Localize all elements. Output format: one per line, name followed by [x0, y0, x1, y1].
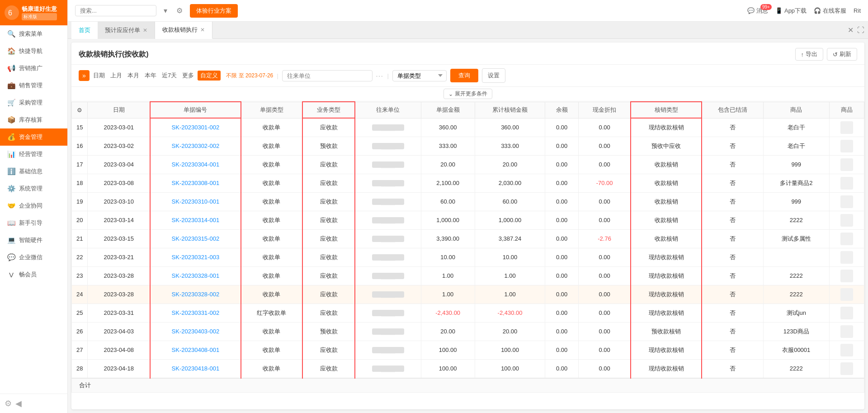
member-icon: V: [7, 271, 15, 279]
row-date: 2023-03-31: [88, 304, 150, 322]
doc-type-select[interactable]: 单据类型: [392, 70, 447, 81]
setting-button[interactable]: 设置: [482, 68, 505, 83]
sidebar-item-sales[interactable]: 💼 销售管理: [0, 77, 67, 94]
tab-controls: ✕ ⛶: [848, 26, 864, 34]
filter-toggle-button[interactable]: »: [79, 70, 90, 81]
doc-no-link[interactable]: SK-20230321-003: [172, 254, 220, 261]
col-gear-header[interactable]: ⚙: [72, 102, 88, 118]
sidebar-item-guide[interactable]: 📖 新手引导: [0, 214, 67, 232]
row-amount: 333.00: [421, 137, 475, 155]
handshake-icon: 🤝: [7, 202, 15, 210]
tab-home[interactable]: 首页: [71, 22, 98, 39]
sidebar-item-search[interactable]: 🔍 搜索菜单: [0, 25, 67, 43]
doc-no-link[interactable]: SK-20230403-002: [172, 328, 220, 335]
row-counterpart: ████: [355, 137, 421, 155]
date-opt-this-month[interactable]: 本月: [126, 71, 141, 81]
tab-payable[interactable]: 预计应应付单 ✕: [98, 22, 155, 39]
doc-no-link[interactable]: SK-20230314-001: [172, 217, 220, 223]
expand-conditions-button[interactable]: ⌄ 展开更多条件: [443, 89, 492, 99]
data-table: ⚙ 日期 单据编号 单据类型 业务类型 往来单位 单据金额 累计核销金额 余额 …: [71, 101, 864, 393]
row-cum-amount: 20.00: [475, 155, 545, 174]
row-counterpart: ████: [355, 304, 421, 322]
date-opt-more[interactable]: 更多: [180, 71, 196, 81]
sidebar-item-label: 系统管理: [19, 185, 42, 193]
row-doc-no: SK-20230418-001: [150, 359, 241, 378]
app-download-btn[interactable]: 📱 App下载: [775, 7, 807, 15]
tab-collection-close[interactable]: ✕: [200, 27, 205, 33]
user-profile[interactable]: Rit: [854, 7, 861, 14]
tab-collection[interactable]: 收款核销执行 ✕: [155, 22, 212, 39]
tab-expand-btn[interactable]: ⛶: [857, 26, 864, 34]
doc-no-link[interactable]: SK-20230304-001: [172, 161, 220, 168]
sidebar-item-label: 搜索菜单: [19, 30, 42, 38]
doc-no-link[interactable]: SK-20230301-002: [172, 124, 220, 131]
doc-no-link[interactable]: SK-20230315-002: [172, 235, 220, 242]
sidebar-item-marketing[interactable]: 📢 营销推广: [0, 60, 67, 77]
online-service-btn[interactable]: 🎧 在线客服: [814, 7, 846, 15]
row-biz-type: 应收款: [302, 266, 355, 285]
query-button[interactable]: 查询: [450, 69, 478, 82]
row-goods2: [829, 137, 864, 155]
col-balance-header: 余额: [545, 102, 579, 118]
doc-no-link[interactable]: SK-20230331-002: [172, 309, 220, 316]
date-opt-last-month[interactable]: 上月: [108, 71, 124, 81]
refresh-button[interactable]: ↺ 刷新: [827, 48, 857, 61]
row-cash-discount: 0.00: [579, 304, 631, 322]
sidebar-item-capital[interactable]: 💰 资金管理: [0, 128, 67, 146]
goods-thumbnail: [840, 251, 853, 264]
row-doc-type: 收款单: [241, 285, 303, 304]
topbar: ▾ ⚙ 体验行业方案 💬 消息 99+ 📱 App下载 🎧 在线客服 Rit: [68, 0, 868, 22]
sidebar-item-wechat[interactable]: 💬 企业微信: [0, 249, 67, 266]
doc-no-link[interactable]: SK-20230310-001: [172, 198, 220, 205]
table-row: 21 2023-03-15 SK-20230315-002 收款单 应收款 ██…: [72, 229, 864, 248]
sidebar-item-hardware[interactable]: 💻 智能硬件: [0, 232, 67, 249]
row-seq: 17: [72, 155, 88, 174]
tab-payable-close[interactable]: ✕: [143, 27, 147, 33]
sidebar-item-base[interactable]: ℹ️ 基础信息: [0, 163, 67, 180]
table-row: 15 2023-03-01 SK-20230301-002 收款单 应收款 ██…: [72, 118, 864, 137]
row-doc-no: SK-20230328-001: [150, 266, 241, 285]
sidebar-item-enterprise[interactable]: 🤝 企业协同: [0, 197, 67, 214]
row-goods: 999: [763, 155, 829, 174]
row-doc-no: SK-20230314-001: [150, 211, 241, 229]
row-cash-discount: 0.00: [579, 155, 631, 174]
row-biz-type: 应收款: [302, 341, 355, 359]
date-opt-custom[interactable]: 自定义: [198, 71, 221, 81]
sidebar-item-label: 基础信息: [19, 167, 42, 176]
sidebar-item-operation[interactable]: 📊 经营管理: [0, 146, 67, 163]
settings-bottom-icon[interactable]: ⚙: [5, 399, 12, 408]
sidebar-item-purchase[interactable]: 🛒 采购管理: [0, 94, 67, 111]
sidebar-item-inventory[interactable]: 📦 库存核算: [0, 111, 67, 128]
doc-no-link[interactable]: SK-20230408-001: [172, 347, 220, 353]
doc-no-link[interactable]: SK-20230328-001: [172, 272, 220, 279]
search-icon: 🔍: [7, 30, 15, 38]
settings-icon[interactable]: ⚙: [175, 5, 184, 17]
search-input[interactable]: [75, 5, 156, 16]
industry-btn[interactable]: 体验行业方案: [190, 4, 238, 18]
tab-close-all-btn[interactable]: ✕: [848, 26, 854, 34]
row-cash-discount: 0.00: [579, 322, 631, 341]
row-doc-type: 收款单: [241, 229, 303, 248]
message-btn[interactable]: 💬 消息 99+: [747, 7, 768, 15]
export-button[interactable]: ↑ 导出: [795, 48, 824, 61]
row-counterpart: ████: [355, 285, 421, 304]
col-biz-type-header: 业务类型: [302, 102, 355, 118]
row-doc-type: 收款单: [241, 248, 303, 266]
dropdown-icon[interactable]: ▾: [162, 5, 169, 17]
doc-no-link[interactable]: SK-20230308-001: [172, 180, 220, 186]
row-cash-discount: 0.00: [579, 248, 631, 266]
doc-no-link[interactable]: SK-20230418-001: [172, 365, 220, 372]
sidebar-item-system[interactable]: ⚙️ 系统管理: [0, 180, 67, 197]
counterpart-input[interactable]: [282, 70, 373, 81]
sidebar-item-member[interactable]: V 畅会员: [0, 266, 67, 283]
date-range-display: 不限 至 2023-07-26: [226, 72, 273, 80]
doc-no-link[interactable]: SK-20230302-002: [172, 142, 220, 149]
date-opt-this-year[interactable]: 本年: [143, 71, 158, 81]
row-goods2: [829, 118, 864, 137]
doc-no-link[interactable]: SK-20230328-002: [172, 291, 220, 298]
collapse-icon[interactable]: ◀: [15, 399, 22, 408]
row-biz-type: 应收款: [302, 229, 355, 248]
row-counterpart: ████: [355, 359, 421, 378]
date-opt-7days[interactable]: 近7天: [160, 71, 179, 81]
sidebar-item-shortcut[interactable]: 🏠 快捷导航: [0, 43, 67, 60]
